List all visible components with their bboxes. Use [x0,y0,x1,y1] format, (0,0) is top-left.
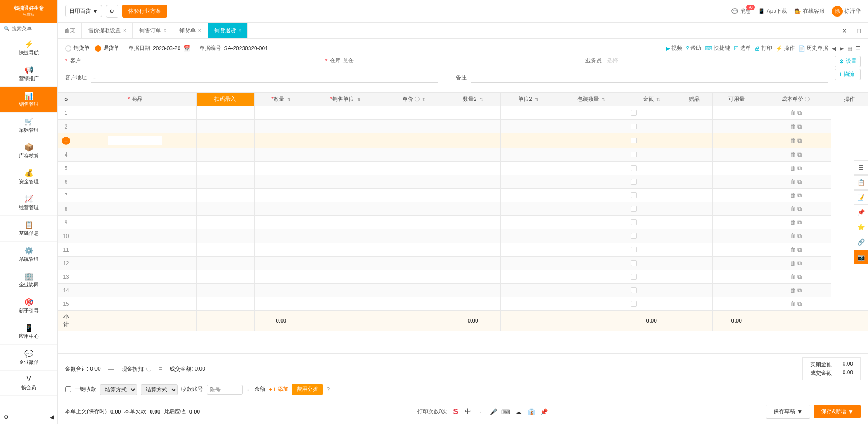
sidebar-item-enterprise[interactable]: 🏢 企业协同 [0,267,57,293]
fee-help-icon[interactable]: ? [326,386,330,393]
tab-close-icon[interactable]: × [123,28,126,33]
gift-checkbox[interactable] [631,260,637,266]
setup-button[interactable]: ⚙ 设置 [835,56,861,67]
col-header-barcode[interactable]: 扫码录入 [196,93,254,106]
float-btn-7[interactable]: 📷 [854,250,868,264]
experience-button[interactable]: 体验行业方案 [122,5,167,18]
tab-sales-order[interactable]: 销售订单 × [133,23,173,38]
calc-method-select[interactable]: 结算方式 [100,384,137,395]
copy-row-button[interactable]: ⧉ [797,205,802,213]
tab-price-setting[interactable]: 售价提取设置 × [82,23,133,38]
copy-row-button[interactable]: ⧉ [797,233,802,240]
sidebar-search[interactable]: 🔍 搜索菜单 [0,23,57,35]
address-input[interactable] [91,72,438,83]
toolbar-list-view[interactable]: ☰ [856,45,861,52]
gear-button[interactable]: ⚙ [106,5,118,18]
delete-row-button[interactable]: 🗑 [790,165,796,172]
gift-checkbox[interactable] [631,124,637,129]
float-btn-3[interactable]: 📝 [854,190,868,205]
delete-row-button[interactable]: 🗑 [790,273,796,281]
tab-sales-shipment[interactable]: 销货单 × [173,23,208,38]
float-btn-6[interactable]: 🔗 [854,235,868,249]
copy-row-button[interactable]: ⧉ [797,287,802,294]
date-value[interactable]: 2023-03-20 [153,45,180,52]
app-download-button[interactable]: 📱 App下载 [758,7,787,15]
delete-row-button[interactable]: 🗑 [790,287,796,294]
add-row-button[interactable]: + [62,137,70,145]
toolbar-select[interactable]: ☑ 选单 [734,44,751,52]
toolbar-grid-view[interactable]: ▦ [847,45,852,52]
delete-row-button[interactable]: 🗑 [790,246,796,253]
gift-checkbox[interactable] [631,287,637,293]
gift-checkbox[interactable] [631,179,637,185]
gift-checkbox[interactable] [631,165,637,171]
gift-checkbox[interactable] [631,301,637,307]
toolbar-print[interactable]: 🖨 打印 [755,44,772,52]
customer-input[interactable] [85,56,307,66]
sidebar-item-sales[interactable]: 📊 销售管理 [0,87,57,113]
product-cell[interactable] [74,133,197,148]
user-profile[interactable]: 徐 徐泽华 [832,6,861,17]
radio-return[interactable]: 退货单 [95,44,119,52]
online-service-button[interactable]: 💁 在线客服 [794,7,825,15]
message-button[interactable]: 💬 消息 70 [731,7,751,15]
delete-row-button[interactable]: 🗑 [790,300,796,308]
delete-row-button[interactable]: 🗑 [790,151,796,158]
sidebar-item-shortcuts[interactable]: ⚡ 快捷导航 [0,35,57,61]
toolbar-help[interactable]: ? 帮助 [686,44,701,52]
industry-dropdown[interactable]: 日用百货 ▼ [65,5,102,17]
gift-checkbox[interactable] [631,219,637,225]
toolbar-prev[interactable]: ◀ [832,45,836,52]
gift-checkbox[interactable] [631,138,637,143]
sidebar-item-marketing[interactable]: 📢 营销推广 [0,61,57,87]
delete-row-button[interactable]: 🗑 [790,123,796,130]
copy-row-button[interactable]: ⧉ [797,273,802,281]
copy-row-button[interactable]: ⧉ [797,300,802,308]
float-btn-5[interactable]: ⭐ [854,220,868,234]
product-input[interactable] [108,136,162,145]
gift-checkbox[interactable] [631,247,637,252]
tab-close-icon[interactable]: × [198,28,201,33]
logistics-button[interactable]: + 物流 [835,69,861,80]
float-btn-1[interactable]: ☰ [854,160,868,175]
delete-row-button[interactable]: 🗑 [790,260,796,267]
float-btn-4[interactable]: 📌 [854,205,868,219]
warehouse-input[interactable] [358,56,568,66]
sidebar-item-wechat[interactable]: 💬 企业微信 [0,345,57,371]
delete-row-button[interactable]: 🗑 [790,192,796,199]
close-tab-button[interactable]: ✕ [839,25,850,36]
gift-checkbox[interactable] [631,233,637,239]
fee-split-button[interactable]: 费用分摊 [292,384,323,395]
copy-row-button[interactable]: ⧉ [797,151,802,158]
add-button[interactable]: + + 添加 [269,386,288,393]
settings-icon[interactable]: ⚙ [4,414,9,420]
copy-row-button[interactable]: ⧉ [797,137,802,144]
tab-sales-return[interactable]: 销货退货 × [208,23,248,38]
sidebar-item-finance[interactable]: 💰 资金管理 [0,164,57,190]
toolbar-operate[interactable]: ⚡ 操作 [776,44,795,52]
float-btn-2[interactable]: 📋 [854,175,868,190]
sidebar-item-member[interactable]: V 畅会员 [0,371,57,396]
copy-row-button[interactable]: ⧉ [797,260,802,267]
gift-checkbox[interactable] [631,152,637,157]
discount-help-icon[interactable]: ⓘ [146,366,151,372]
sidebar-item-system[interactable]: ⚙️ 系统管理 [0,242,57,267]
toolbar-shortcuts[interactable]: ⌨ 快捷键 [705,44,730,52]
sidebar-item-newbie[interactable]: 🎯 新手引导 [0,293,57,319]
save-draft-button[interactable]: 保存草稿 ▼ [766,405,810,419]
copy-row-button[interactable]: ⧉ [797,123,802,130]
copy-row-button[interactable]: ⧉ [797,165,802,172]
copy-row-button[interactable]: ⧉ [797,178,802,186]
expand-tab-button[interactable]: ⊡ [854,25,864,36]
gift-checkbox[interactable] [631,110,637,116]
tab-home[interactable]: 首页 [58,23,82,38]
keyboard-icon[interactable]: ⌨ [501,407,510,416]
delete-row-button[interactable]: 🗑 [790,137,796,144]
radio-sales[interactable]: 销货单 [65,44,90,52]
collapse-icon[interactable]: ◀ [50,414,54,420]
dots-icon[interactable]: ··· [246,386,251,393]
copy-row-button[interactable]: ⧉ [797,110,802,117]
save-new-button[interactable]: 保存&新增 ▼ [814,405,861,418]
staff-input[interactable] [606,56,828,66]
gift-checkbox[interactable] [631,192,637,198]
